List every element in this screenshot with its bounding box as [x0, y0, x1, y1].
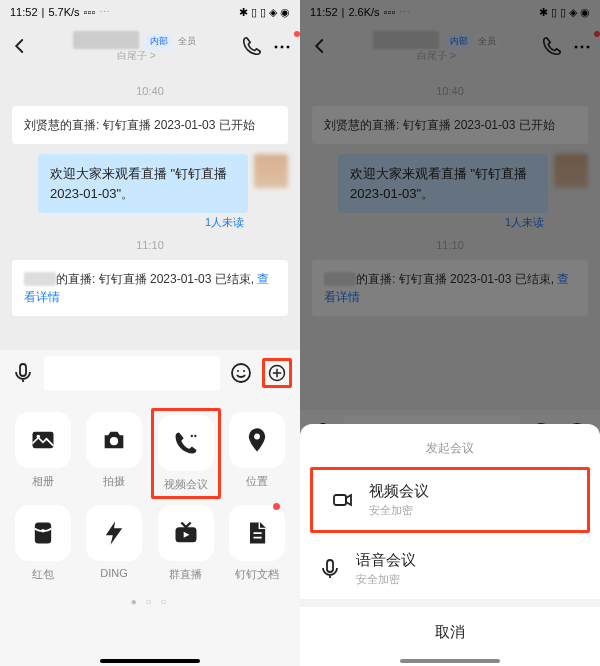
image-icon	[29, 426, 57, 454]
videocall-icon	[172, 429, 200, 457]
system-message[interactable]: 的直播: 钉钉直播 2023-01-03 已结束, 查看详情	[12, 260, 288, 316]
svg-point-1	[232, 364, 250, 382]
tv-icon	[172, 519, 200, 547]
header-subtitle: 白尾子 >	[332, 49, 541, 63]
status-speed: 5.7K/s	[48, 6, 79, 18]
phone-icon	[241, 35, 263, 57]
svg-rect-11	[34, 523, 50, 544]
svg-point-6	[36, 435, 40, 439]
timestamp: 11:10	[136, 239, 164, 251]
svg-point-8	[190, 435, 192, 437]
redpacket-icon	[29, 519, 57, 547]
tag-internal: 内部	[146, 34, 172, 49]
system-message[interactable]: 的直播: 钉钉直播 2023-01-03 已结束, 查看详情	[312, 260, 588, 316]
phone-icon	[541, 35, 563, 57]
chat-title	[373, 31, 439, 49]
meeting-sheet: 发起会议 视频会议 安全加密 语音会议 安全加密 取消	[300, 424, 600, 666]
attach-camera[interactable]: 拍摄	[83, 412, 144, 495]
more-button[interactable]: ⋯	[273, 35, 292, 57]
call-button[interactable]	[541, 35, 563, 57]
attach-ding[interactable]: DING	[83, 505, 144, 582]
chat-title	[73, 31, 139, 49]
attach-location[interactable]: 位置	[227, 412, 288, 495]
status-time: 11:52	[310, 6, 338, 18]
status-icons: ✱ ▯ ▯ ◈ ◉	[239, 6, 290, 19]
emoji-button[interactable]	[226, 358, 256, 388]
system-message[interactable]: 刘贤慧的直播: 钉钉直播 2023-01-03 已开始	[12, 106, 288, 144]
status-bar: 11:52 | 5.7K/s ▫▫▫⋯ ✱ ▯ ▯ ◈ ◉	[0, 0, 300, 24]
timestamp: 10:40	[436, 85, 464, 97]
tag-all: 全员	[174, 34, 200, 49]
attach-docs[interactable]: 钉钉文档	[227, 505, 288, 582]
lightning-icon	[100, 519, 128, 547]
svg-point-3	[243, 370, 245, 372]
status-bar: 11:52 | 2.6K/s ▫▫▫⋯ ✱ ▯ ▯ ◈ ◉	[300, 0, 600, 24]
avatar[interactable]	[554, 154, 588, 188]
system-message[interactable]: 刘贤慧的直播: 钉钉直播 2023-01-03 已开始	[312, 106, 588, 144]
sheet-audio-meeting[interactable]: 语音会议 安全加密	[300, 539, 600, 599]
sheet-title: 发起会议	[300, 434, 600, 467]
sheet-video-meeting[interactable]: 视频会议 安全加密	[310, 467, 590, 533]
sheet-cancel[interactable]: 取消	[300, 607, 600, 666]
timestamp: 11:10	[436, 239, 464, 251]
attachment-panel: 相册 拍摄 视频会议 位置 红包 DING	[0, 396, 300, 666]
svg-point-2	[237, 370, 239, 372]
notification-dot	[594, 31, 600, 37]
plus-icon	[267, 361, 287, 385]
svg-point-7	[110, 437, 118, 445]
page-indicator: ● ○ ○	[12, 596, 288, 607]
home-indicator[interactable]	[400, 659, 500, 663]
chat-bubble[interactable]: 欢迎大家来观看直播 "钉钉直播2023-01-03"。	[338, 154, 548, 213]
svg-point-10	[254, 434, 260, 440]
status-icons: ✱ ▯ ▯ ◈ ◉	[539, 6, 590, 19]
mic-icon	[11, 361, 35, 385]
read-status[interactable]: 1人未读	[312, 215, 544, 230]
more-button[interactable]: ⋯	[573, 35, 592, 57]
chevron-left-icon	[311, 37, 329, 55]
voice-button[interactable]	[8, 358, 38, 388]
tag-internal: 内部	[446, 34, 472, 49]
back-button[interactable]	[8, 34, 32, 58]
right-screenshot: 11:52 | 2.6K/s ▫▫▫⋯ ✱ ▯ ▯ ◈ ◉ 内部 全员 白尾子 …	[300, 0, 600, 666]
attach-grouplive[interactable]: 群直播	[155, 505, 217, 582]
timestamp: 10:40	[136, 85, 164, 97]
svg-point-9	[194, 435, 196, 437]
left-screenshot: 11:52 | 5.7K/s ▫▫▫⋯ ✱ ▯ ▯ ◈ ◉ 内部 全员 白尾子 …	[0, 0, 300, 666]
chat-bubble[interactable]: 欢迎大家来观看直播 "钉钉直播2023-01-03"。	[38, 154, 248, 213]
video-icon	[331, 488, 355, 512]
status-time: 11:52	[10, 6, 38, 18]
mic-icon	[318, 557, 342, 581]
smile-icon	[229, 361, 253, 385]
location-icon	[243, 426, 271, 454]
attach-album[interactable]: 相册	[12, 412, 73, 495]
camera-icon	[100, 426, 128, 454]
input-bar	[0, 350, 300, 396]
avatar[interactable]	[254, 154, 288, 188]
doc-icon	[243, 519, 271, 547]
svg-rect-0	[20, 364, 26, 376]
status-speed: 2.6K/s	[348, 6, 379, 18]
attach-button[interactable]	[262, 358, 292, 388]
read-status[interactable]: 1人未读	[12, 215, 244, 230]
svg-point-12	[41, 529, 45, 533]
tag-all: 全员	[474, 34, 500, 49]
attach-video-call[interactable]: 视频会议	[151, 408, 221, 499]
chevron-left-icon	[11, 37, 29, 55]
home-indicator[interactable]	[100, 659, 200, 663]
message-input[interactable]	[44, 356, 220, 390]
svg-rect-20	[327, 560, 333, 572]
svg-rect-19	[334, 495, 346, 505]
badge-dot	[273, 503, 280, 510]
header-subtitle: 白尾子 >	[32, 49, 241, 63]
chat-header: 内部 全员 白尾子 > ⋯	[300, 24, 600, 68]
chat-header: 内部 全员 白尾子 > ⋯	[0, 24, 300, 68]
chat-body: 10:40 刘贤慧的直播: 钉钉直播 2023-01-03 已开始 欢迎大家来观…	[0, 68, 300, 330]
call-button[interactable]	[241, 35, 263, 57]
chat-body: 10:40 刘贤慧的直播: 钉钉直播 2023-01-03 已开始 欢迎大家来观…	[300, 68, 600, 330]
back-button[interactable]	[308, 34, 332, 58]
attach-redpacket[interactable]: 红包	[12, 505, 73, 582]
